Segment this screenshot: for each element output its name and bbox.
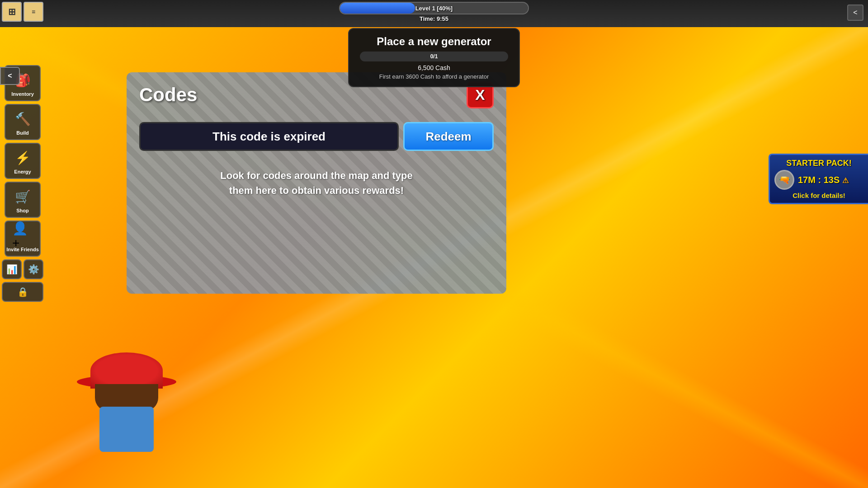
level-bar-text: Level 1 [40%] bbox=[415, 5, 453, 12]
starter-pack-icon: 🔫 bbox=[774, 170, 794, 190]
quest-tooltip: Place a new generator 0/1 6,500 Cash Fir… bbox=[348, 28, 520, 87]
level-bar-fill bbox=[340, 3, 415, 14]
codes-title: Codes bbox=[139, 84, 197, 106]
codes-dialog: Codes X Redeem Look for codes around the… bbox=[127, 72, 506, 294]
starter-pack-timer: 17M : 13S ⚠ bbox=[798, 175, 849, 185]
roblox-icon: ⊞ bbox=[2, 2, 22, 22]
codes-input-field[interactable] bbox=[139, 122, 399, 151]
sidebar-item-build[interactable]: 🔨 Build bbox=[5, 104, 41, 140]
starter-pack-click-label: Click for details! bbox=[774, 192, 863, 199]
redeem-button[interactable]: Redeem bbox=[403, 122, 494, 151]
top-hud: Level 1 [40%] Time: 9:55 bbox=[330, 0, 538, 22]
character-hat bbox=[90, 352, 163, 389]
character bbox=[63, 334, 190, 488]
quest-progress-text: 0/1 bbox=[430, 53, 438, 60]
collapse-button[interactable]: < bbox=[847, 5, 863, 21]
quest-description: First earn 3600 Cash to afford a generat… bbox=[360, 73, 508, 80]
codes-dialog-inner: Codes X Redeem Look for codes around the… bbox=[127, 72, 506, 294]
sidebar-toggle-button[interactable]: < bbox=[0, 67, 20, 85]
starter-pack-timer-area: 17M : 13S ⚠ bbox=[798, 175, 849, 185]
energy-label: Energy bbox=[14, 169, 31, 174]
starter-pack-title: STARTER PACK! bbox=[774, 159, 863, 168]
shop-label: Shop bbox=[16, 208, 29, 213]
starter-pack-banner[interactable]: STARTER PACK! 🔫 17M : 13S ⚠ Click for de… bbox=[769, 154, 868, 204]
starter-pack-body: 🔫 17M : 13S ⚠ bbox=[774, 170, 863, 190]
time-display: Time: 9:55 bbox=[420, 15, 448, 22]
sidebar-settings-button[interactable]: ⚙️ bbox=[24, 259, 43, 279]
inventory-label: Inventory bbox=[11, 91, 34, 97]
invite-friends-label: Invite Friends bbox=[6, 247, 39, 252]
sidebar-item-energy[interactable]: ⚡ Energy bbox=[5, 143, 41, 179]
sidebar: 🎒 Inventory 🔨 Build ⚡ Energy 🛒 Shop 👤+ I… bbox=[0, 63, 45, 304]
roblox-icon-2: ≡ bbox=[24, 2, 43, 22]
codes-description: Look for codes around the map and typeth… bbox=[139, 168, 494, 198]
level-bar: Level 1 [40%] bbox=[339, 2, 529, 14]
shop-icon: 🛒 bbox=[12, 186, 33, 207]
character-body bbox=[99, 407, 154, 452]
quest-progress-bar: 0/1 bbox=[360, 52, 508, 61]
sidebar-item-shop[interactable]: 🛒 Shop bbox=[5, 182, 41, 218]
build-label: Build bbox=[16, 130, 29, 136]
sidebar-chart-button[interactable]: 📊 bbox=[2, 259, 22, 279]
quest-title: Place a new generator bbox=[360, 35, 508, 48]
energy-icon: ⚡ bbox=[12, 147, 33, 168]
sidebar-bottom-row: 📊 ⚙️ bbox=[2, 259, 43, 279]
sidebar-lock-button[interactable]: 🔒 bbox=[2, 282, 43, 302]
invite-friends-icon: 👤+ bbox=[12, 225, 33, 246]
sidebar-item-invite-friends[interactable]: 👤+ Invite Friends bbox=[5, 221, 41, 257]
build-icon: 🔨 bbox=[12, 108, 33, 129]
quest-cash: 6,500 Cash bbox=[360, 64, 508, 71]
top-left-icons: ⊞ ≡ bbox=[2, 2, 43, 22]
warning-icon: ⚠ bbox=[842, 177, 849, 184]
codes-input-row: Redeem bbox=[139, 122, 494, 151]
